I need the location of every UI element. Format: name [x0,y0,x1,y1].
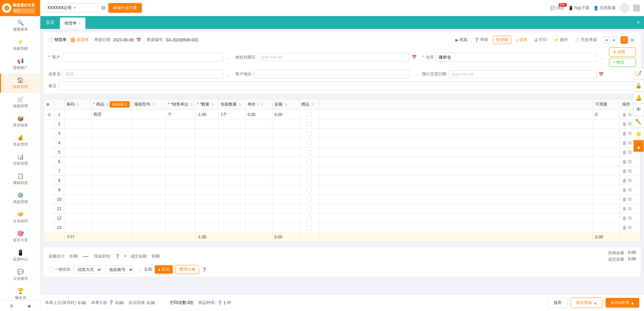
payment-checkbox[interactable] [48,267,53,272]
sidebar-item-search[interactable]: 🔍 搜索菜单 [0,16,40,35]
row-barcode[interactable] [64,166,91,176]
row-barcode[interactable] [64,195,91,204]
row-unit[interactable] [166,157,195,166]
goods-type-icon[interactable]: ❓ [217,301,222,305]
row-gear[interactable] [44,213,54,223]
row-gift[interactable] [299,138,319,148]
salesperson-dots[interactable]: ... [227,72,230,77]
row-amount[interactable] [272,213,299,223]
setting-button[interactable]: ⚙ 设置 [609,47,636,56]
row-qty[interactable] [195,119,219,129]
row-gear[interactable] [44,119,54,129]
delete-icon[interactable]: 🗑 [622,140,627,146]
row-qty[interactable] [195,185,219,195]
collection-date-input[interactable]: yyyy-mm-dd [258,53,410,61]
expense-button[interactable]: 费用分摊 [176,265,199,274]
row-unit[interactable] [166,166,195,176]
row-pkgqty[interactable] [219,138,245,148]
row1-gear[interactable]: ⊙ [44,110,54,119]
rfloat-lock[interactable]: 🔒 [633,79,644,91]
row-gift[interactable] [299,185,319,195]
sidebar-item-quicknav[interactable]: ⚡ 快捷导航 [0,35,40,54]
row-goods[interactable] [91,185,132,195]
th-gear[interactable]: ⚙ [44,99,54,110]
row-barcode[interactable] [64,223,91,232]
row-pkgqty[interactable] [219,204,245,213]
collection-date-icon[interactable]: 📅 [412,55,417,60]
row-barcode[interactable] [64,148,91,157]
row-price[interactable] [245,138,272,148]
sort-icon-price[interactable]: ⇅ [261,103,263,106]
row-pkgqty[interactable] [219,195,245,204]
row-gear[interactable] [44,204,54,213]
copy-icon[interactable]: ⧉ [628,112,632,117]
row-goods[interactable] [91,166,132,176]
radio-return[interactable]: 退货单 [71,37,89,43]
payment-method-select[interactable]: 结算方式 [73,266,102,274]
row-unit[interactable] [166,223,195,232]
row-spec[interactable] [132,204,166,213]
view-list-btn[interactable]: ☰ [620,36,628,44]
row-amount[interactable] [272,185,299,195]
row-price[interactable] [245,223,272,232]
trial-button[interactable]: 体验行业方案 [108,3,142,13]
delete-icon[interactable]: 🗑 [622,206,627,211]
copy-icon[interactable]: ⧉ [628,215,632,221]
delete-icon[interactable]: 🗑 [622,225,627,230]
row-price[interactable] [245,148,272,157]
row-spec[interactable] [132,195,166,204]
discard-button[interactable]: 放弃 [548,298,567,308]
row-price[interactable] [245,129,272,138]
row-gift[interactable] [299,166,319,176]
copy-icon[interactable]: ⧉ [628,159,632,164]
nav-next[interactable]: ▶ [611,37,618,43]
delete-icon[interactable]: 🗑 [622,121,627,127]
row-gear[interactable] [44,138,54,148]
delete-icon[interactable]: 🗑 [622,131,627,136]
row-spec[interactable] [132,176,166,185]
scan-button[interactable]: 扫码录入 [110,101,130,108]
sort-icon-pkgqty[interactable]: ⇅ [239,103,241,106]
settings-icon[interactable]: ⚙ [10,304,13,308]
rfloat-bell[interactable]: 🔔 [633,91,644,104]
row-gear[interactable] [44,148,54,157]
row-gift[interactable] [299,176,319,185]
row-goods[interactable] [91,195,132,204]
radio-sales[interactable]: 销货单 [48,37,67,43]
row-spec[interactable] [132,138,166,148]
sidebar-item-purchase[interactable]: 🛒 采购管理 [0,93,40,112]
row-unit[interactable] [166,204,195,213]
row-amount[interactable] [272,176,299,185]
row-qty[interactable] [195,148,219,157]
customer-address-input[interactable] [254,70,410,79]
row-barcode[interactable] [64,204,91,213]
customer-input[interactable] [62,53,223,62]
copy-icon[interactable]: ⧉ [628,225,632,230]
row-price[interactable] [245,157,272,166]
row-qty[interactable] [195,204,219,213]
row-gear[interactable] [44,185,54,195]
row-amount[interactable] [272,148,299,157]
price-info-icon[interactable]: ℹ [258,102,259,106]
remarks-input[interactable] [59,81,636,90]
help-circle-icon[interactable]: ❓ [115,254,120,259]
payment-check-label[interactable]: 一键收款 [48,267,71,272]
copy-icon[interactable]: ⧉ [628,206,632,211]
sidebar-item-inventory[interactable]: 📦 库存核算 [0,112,40,131]
row-unit[interactable] [166,119,195,129]
delivery-date-input[interactable]: yyyy-mm-dd [448,70,597,78]
row-spec[interactable] [132,157,166,166]
row-barcode[interactable] [64,138,91,148]
row-gear[interactable] [44,195,54,204]
row-qty[interactable] [195,157,219,166]
rfloat-star[interactable]: ⭐ [633,128,644,140]
row-goods[interactable] [91,157,132,166]
message-btn[interactable]: 💬 消息 99+ [550,5,564,11]
rfloat-notes[interactable]: 📝 [633,67,644,79]
account-select[interactable]: 收款账号 [105,266,134,274]
row-price[interactable] [245,204,272,213]
tab-home[interactable]: 首页 [40,16,60,29]
copy-icon[interactable]: ⧉ [628,140,632,146]
sort-icon-spec[interactable]: ⇅ [152,103,155,106]
copy-icon[interactable]: ⧉ [628,168,632,174]
